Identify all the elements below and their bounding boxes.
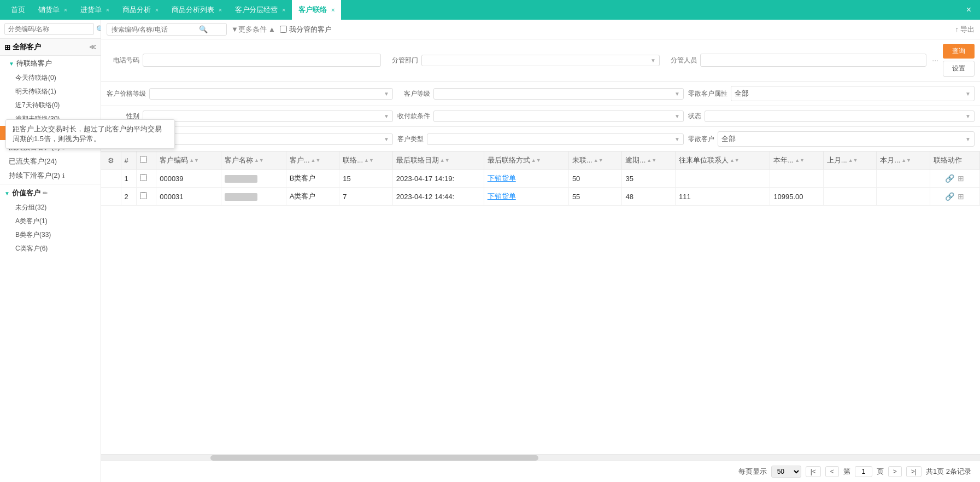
next-page-btn[interactable]: > (888, 466, 902, 477)
col-last-date[interactable]: 最后联络日期 ▲▼ (392, 152, 484, 170)
export-icon: ↑ (955, 25, 959, 33)
col-this-month-label: 本月... (880, 155, 900, 165)
last-page-btn[interactable]: >| (906, 466, 922, 477)
col-type-label: 客户... (290, 155, 310, 165)
col-name[interactable]: 客户名称 ▲▼ (221, 152, 286, 170)
col-this-year[interactable]: 本年... ▲▼ (770, 152, 824, 170)
prev-page-btn[interactable]: < (825, 466, 839, 477)
select-all-checkbox[interactable] (140, 156, 147, 163)
top-nav: 首页 销货单 × 进货单 × 商品分析 × 商品分析列表 × 客户分层经营 × … (0, 0, 980, 20)
phone-input[interactable] (143, 54, 381, 67)
table-scrollbar-thumb[interactable] (210, 455, 538, 461)
row1-qr-icon[interactable]: ⊞ (958, 174, 964, 183)
col-settings[interactable]: ⚙ (101, 152, 121, 170)
row2-overdue: 48 (622, 188, 676, 206)
row1-link-icon[interactable]: 🔗 (945, 174, 954, 183)
already-lost-item[interactable]: 已流失客户(24) (0, 154, 101, 169)
col-overdue[interactable]: 逾期... ▲▼ (622, 152, 676, 170)
pending-contacts-group[interactable]: ▼ 待联络客户 (0, 56, 101, 71)
payment-select[interactable]: ▼ (433, 111, 684, 122)
export-button[interactable]: ↑ 导出 (955, 25, 975, 34)
sidebar-group-b[interactable]: B类客户(33) (0, 228, 101, 242)
col-last-method[interactable]: 最后联络方式 ▲▼ (484, 152, 568, 170)
table-scrollbar[interactable] (101, 454, 980, 461)
row2-link-icon[interactable]: 🔗 (945, 192, 954, 201)
page-number-input[interactable] (855, 466, 872, 477)
nav-customer-contact[interactable]: 客户联络 × (292, 0, 341, 20)
row1-checkbox[interactable] (140, 174, 147, 181)
filter-icon: ▼ (231, 25, 238, 33)
my-customers-checkbox[interactable] (280, 26, 287, 33)
nav-purchase[interactable]: 进货单 × (74, 0, 116, 20)
row2-code[interactable]: 000031 (156, 188, 221, 206)
sidebar-collapse-btn[interactable]: ≪ (89, 43, 96, 51)
row1-last-month (823, 170, 877, 188)
customer-level-select[interactable]: ▼ (433, 88, 684, 100)
col-code[interactable]: 客户编码 ▲▼ (156, 152, 221, 170)
row2-qr-icon[interactable]: ⊞ (958, 192, 964, 201)
assignee-input[interactable] (700, 54, 926, 67)
payment-caret: ▼ (674, 113, 680, 119)
sidebar-7days-pending[interactable]: 近7天待联络(0) (0, 98, 101, 112)
price-level-caret: ▼ (384, 91, 389, 97)
nav-customer-tier[interactable]: 客户分层经营 × (228, 0, 292, 20)
nav-product-analysis[interactable]: 商品分析 × (116, 0, 165, 20)
retail-attr-select[interactable]: 全部 ▼ (731, 86, 975, 101)
sidebar-tomorrow-pending[interactable]: 明天待联络(1) (0, 85, 101, 98)
all-customers-header[interactable]: ⊞ 全部客户 ≪ (0, 39, 101, 56)
sidebar-group-a[interactable]: A类客户(1) (0, 214, 101, 228)
more-conditions-btn[interactable]: ▼ 更多条件 ▲ (231, 25, 275, 34)
price-level-select[interactable]: ▼ (149, 88, 393, 100)
gender-select[interactable]: ▼ (143, 111, 393, 122)
sidebar-group-c[interactable]: C类客户(6) (0, 242, 101, 255)
nav-product-list[interactable]: 商品分析列表 × (165, 0, 228, 20)
retail-customer-select[interactable]: 全部 ▼ (718, 131, 975, 147)
assignee-filter-row: 分管人员 ··· (664, 54, 938, 67)
nav-purchase-close[interactable]: × (106, 7, 109, 13)
row2-last-date: 2023-04-12 14:44: (392, 188, 484, 206)
customer-type-select2[interactable]: ▼ (427, 133, 684, 145)
nav-home[interactable]: 首页 (4, 0, 32, 20)
col-contacts2[interactable]: 往来单位联系人 ▲▼ (675, 152, 770, 170)
first-page-btn[interactable]: |< (806, 466, 821, 477)
edit-icon[interactable]: ✏ (43, 190, 48, 197)
value-customers-group[interactable]: ▼ 价值客户 ✏ (0, 185, 101, 201)
row2-name-blurred (225, 193, 257, 201)
query-button[interactable]: 查询 (943, 44, 975, 59)
settings-button[interactable]: 设置 (943, 61, 975, 77)
window-close-button[interactable]: × (962, 5, 976, 15)
row2-checkbox[interactable] (140, 192, 147, 199)
col-contacts[interactable]: 联络... ▲▼ (339, 152, 393, 170)
nav-product-analysis-close[interactable]: × (155, 7, 159, 13)
sidebar-today-pending[interactable]: 今天待联络(0) (0, 71, 101, 85)
row2-last-method-link[interactable]: 下销货单 (488, 192, 516, 200)
filter-search-box[interactable]: 🔍 (107, 23, 227, 36)
nav-product-list-close[interactable]: × (219, 7, 222, 13)
sidebar-ungrouped[interactable]: 未分组(32) (0, 201, 101, 214)
col-last-month[interactable]: 上月... ▲▼ (823, 152, 877, 170)
row1-last-method[interactable]: 下销货单 (484, 170, 568, 188)
nav-customer-contact-close[interactable]: × (331, 7, 335, 13)
col-unread[interactable]: 未联... ▲▼ (568, 152, 622, 170)
retail-attr-caret: ▼ (965, 91, 971, 97)
nav-sales-close[interactable]: × (64, 7, 67, 13)
phone-label: 电话号码 (107, 56, 139, 65)
assignee-ellipsis[interactable]: ··· (932, 56, 938, 65)
status-select[interactable]: ▼ (705, 111, 975, 122)
row1-last-method-link[interactable]: 下销货单 (488, 174, 516, 182)
col-this-month[interactable]: 本月... ▲▼ (877, 152, 930, 170)
col-contacts-label: 联络... (343, 155, 363, 165)
row2-last-method[interactable]: 下销货单 (484, 188, 568, 206)
department-select[interactable]: ▼ (421, 55, 660, 66)
col-type[interactable]: 客户... ▲▼ (286, 152, 339, 170)
filter-search-icon[interactable]: 🔍 (199, 25, 208, 33)
per-page-select[interactable]: 50 100 200 (771, 466, 801, 478)
sidebar-search-icon[interactable]: 🔍 (96, 25, 101, 33)
keep-dropping-item[interactable]: 持续下滑客户(2) ℹ (0, 169, 101, 183)
nav-sales[interactable]: 销货单 × (32, 0, 74, 20)
sidebar-search-input[interactable] (4, 23, 94, 35)
nav-customer-tier-close[interactable]: × (282, 7, 285, 13)
row2-checkbox-cell (136, 188, 156, 206)
row1-code[interactable]: 000039 (156, 170, 221, 188)
filter-search-input[interactable] (112, 26, 199, 33)
